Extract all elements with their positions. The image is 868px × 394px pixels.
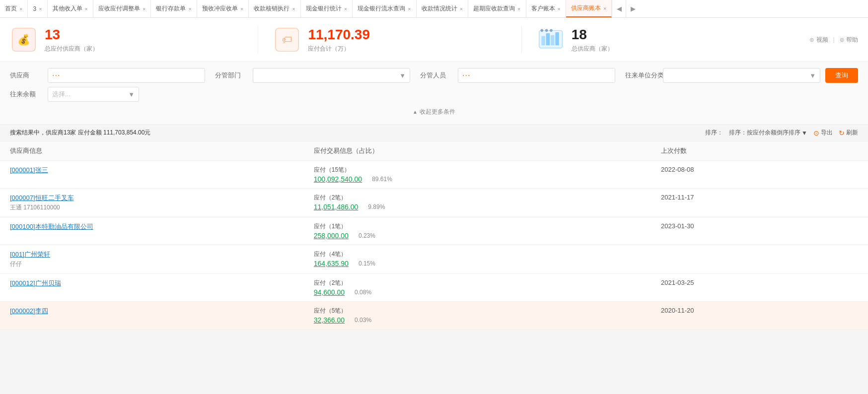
payable-label: 应付（5笔） bbox=[314, 307, 641, 315]
svg-rect-8 bbox=[555, 32, 559, 45]
payable-suppliers-icon: 💰 bbox=[10, 26, 38, 54]
nav-tab-overdue-query-close[interactable]: × bbox=[517, 6, 520, 12]
stat-payable-amount-info: 11,170.39 应付合计（万） bbox=[308, 26, 370, 54]
unit-category-filter-input[interactable]: ▼ bbox=[663, 68, 820, 83]
col-header-supplier: 供应商信息 bbox=[0, 141, 304, 161]
sort-button[interactable]: 排序：按应付余额倒序排序 ▼ bbox=[729, 129, 807, 137]
nav-tab-home-close[interactable]: × bbox=[19, 6, 22, 12]
balance-filter-arrow: ▼ bbox=[128, 91, 135, 98]
filter-balance: 往来余额 选择... ▼ bbox=[10, 87, 139, 102]
lastpay-date: 2023-01-30 bbox=[661, 222, 694, 230]
payable-amount-icon: 🏷 bbox=[273, 26, 301, 54]
percent-text: 0.08% bbox=[355, 289, 371, 296]
person-filter-label: 分管人员 bbox=[420, 71, 455, 80]
sort-arrow-icon: ▼ bbox=[801, 130, 807, 136]
video-link[interactable]: ⊙ 视频 bbox=[809, 36, 828, 44]
amount-link[interactable]: 11,051,486.00 bbox=[314, 203, 359, 211]
percent-text: 0.03% bbox=[355, 317, 371, 324]
nav-tab-customer-ledger-close[interactable]: × bbox=[558, 6, 561, 12]
nav-tab-supplier-ledger-close[interactable]: × bbox=[603, 5, 606, 11]
nav-tab-bank-deposit[interactable]: 银行存款单 × bbox=[151, 0, 197, 17]
nav-tab-home[interactable]: 首页 × bbox=[0, 0, 28, 17]
amount-link[interactable]: 100,092,540.00 bbox=[314, 175, 362, 183]
transaction-cell: 应付（1笔） 258,000.00 0.23% bbox=[304, 217, 651, 245]
supplier-link[interactable]: [001]广州荣轩 bbox=[10, 251, 50, 258]
table-body: [000001]张三 应付（15笔） 100,092,540.00 89.61%… bbox=[0, 161, 868, 329]
nav-tab-cash-bank-query-label: 现金银行流水查询 bbox=[358, 4, 405, 13]
supplier-link[interactable]: [000100]本特勤油品有限公司 bbox=[10, 223, 93, 230]
nav-tab-3[interactable]: 3 × bbox=[28, 0, 47, 17]
percent-text: 89.61% bbox=[372, 176, 392, 183]
total-suppliers-label: 总供应商（家） bbox=[572, 45, 613, 53]
nav-tab-pre-receive-close[interactable]: × bbox=[240, 6, 243, 12]
transaction-cell: 应付（4笔） 164,635.90 0.15% bbox=[304, 245, 651, 274]
person-filter-input[interactable]: ··· bbox=[458, 68, 615, 83]
stat-payable-suppliers: 💰 13 总应付供应商（家） bbox=[10, 26, 258, 54]
refresh-button[interactable]: ↻ 刷新 bbox=[839, 129, 858, 137]
stat-payable-suppliers-info: 13 总应付供应商（家） bbox=[45, 26, 98, 54]
payable-label: 应付（2笔） bbox=[314, 279, 641, 287]
nav-tab-cash-bank-stat-close[interactable]: × bbox=[344, 6, 347, 12]
supplier-filter-input[interactable]: ··· bbox=[48, 68, 205, 83]
supplier-link[interactable]: [000001]张三 bbox=[10, 166, 48, 174]
balance-filter-placeholder: 选择... bbox=[52, 90, 71, 99]
nav-tab-customer-ledger[interactable]: 客户账本 × bbox=[526, 0, 566, 17]
nav-tab-cash-bank-query-close[interactable]: × bbox=[408, 6, 411, 12]
supplier-link[interactable]: [000007]恒旺二手叉车 bbox=[10, 194, 74, 201]
amount-link[interactable]: 94,600.00 bbox=[314, 288, 345, 296]
stat-payable-amount: 🏷 11,170.39 应付合计（万） bbox=[273, 26, 521, 54]
nav-tab-receive-stat-close[interactable]: × bbox=[460, 6, 463, 12]
results-bar: 搜索结果中，供应商13家 应付金额 111,703,854.00元 排序： 排序… bbox=[0, 125, 868, 141]
nav-tab-cash-bank-stat[interactable]: 现金银行统计 × bbox=[301, 0, 353, 17]
export-button[interactable]: ⊙ 导出 bbox=[813, 129, 833, 137]
nav-tab-receive-verify[interactable]: 收款核销执行 × bbox=[249, 0, 300, 17]
nav-tab-receive-verify-close[interactable]: × bbox=[292, 6, 295, 12]
supplier-link[interactable]: [000002]李四 bbox=[10, 307, 48, 315]
results-summary-text: 搜索结果中，供应商13家 应付金额 111,703,854.00元 bbox=[10, 129, 150, 136]
amount-link[interactable]: 258,000.00 bbox=[314, 232, 349, 240]
svg-rect-6 bbox=[546, 33, 549, 45]
table-row: [000001]张三 应付（15笔） 100,092,540.00 89.61%… bbox=[0, 161, 868, 189]
lastpay-cell bbox=[651, 245, 868, 274]
search-button[interactable]: 查询 bbox=[825, 68, 858, 83]
balance-filter-input[interactable]: 选择... ▼ bbox=[48, 87, 139, 102]
nav-tab-overdue-query[interactable]: 超期应收款查询 × bbox=[468, 0, 526, 17]
amount-link[interactable]: 164,635.90 bbox=[314, 260, 349, 267]
payable-amount-label: 应付合计（万） bbox=[308, 45, 370, 53]
supplier-cell: [000012]广州贝瑞 bbox=[0, 274, 304, 302]
table-row: [000007]恒旺二手叉车 王通 17106110000 应付（2笔） 11,… bbox=[0, 189, 868, 217]
data-table: 供应商信息 应付交易信息（占比） 上次付数 [000001]张三 应付（15笔）… bbox=[0, 141, 868, 329]
col-header-lastpay: 上次付数 bbox=[651, 141, 868, 161]
nav-tab-adjust-close[interactable]: × bbox=[143, 6, 145, 12]
help-link[interactable]: ⊙ 帮助 bbox=[840, 36, 858, 44]
nav-tab-receive-stat-label: 收款情况统计 bbox=[422, 4, 457, 13]
supplier-link[interactable]: [000012]广州贝瑞 bbox=[10, 279, 61, 287]
export-icon: ⊙ bbox=[813, 129, 819, 137]
nav-tab-bank-deposit-close[interactable]: × bbox=[188, 6, 191, 12]
nav-tab-supplier-ledger[interactable]: 供应商账本 × bbox=[566, 0, 612, 17]
supplier-filter-dots: ··· bbox=[52, 71, 60, 80]
nav-tab-pre-receive-label: 预收冲应收单 bbox=[202, 4, 238, 13]
nav-tab-3-close[interactable]: × bbox=[39, 6, 42, 12]
dept-filter-arrow: ▼ bbox=[399, 72, 406, 79]
collapse-button[interactable]: ▲ 收起更多条件 bbox=[407, 106, 461, 118]
nav-tab-overdue-query-label: 超期应收款查询 bbox=[473, 4, 515, 13]
sort-label: 排序： bbox=[705, 129, 723, 137]
nav-tab-pre-receive[interactable]: 预收冲应收单 × bbox=[197, 0, 249, 17]
lastpay-cell: 2020-11-20 bbox=[651, 302, 868, 329]
nav-tab-home-label: 首页 bbox=[5, 4, 17, 13]
nav-arrow-right[interactable]: ▶ bbox=[626, 0, 640, 18]
lastpay-date: 2021-11-17 bbox=[661, 194, 694, 201]
nav-tab-other-income[interactable]: 其他收入单 × bbox=[48, 0, 93, 17]
balance-filter-label: 往来余额 bbox=[10, 90, 45, 99]
nav-tab-cash-bank-query[interactable]: 现金银行流水查询 × bbox=[353, 0, 416, 17]
nav-tab-other-income-close[interactable]: × bbox=[85, 6, 88, 12]
lastpay-date: 2021-03-25 bbox=[661, 279, 694, 286]
top-navigation: 首页 × 3 × 其他收入单 × 应收应付调整单 × 银行存款单 × 预收冲应收… bbox=[0, 0, 868, 18]
nav-tab-receive-stat[interactable]: 收款情况统计 × bbox=[417, 0, 468, 17]
supplier-sub-info: 仔仔 bbox=[10, 260, 294, 268]
nav-arrow-left[interactable]: ◀ bbox=[612, 0, 626, 18]
amount-link[interactable]: 32,366.00 bbox=[314, 316, 345, 324]
nav-tab-adjust[interactable]: 应收应付调整单 × bbox=[93, 0, 151, 17]
dept-filter-input[interactable]: ▼ bbox=[253, 68, 410, 83]
